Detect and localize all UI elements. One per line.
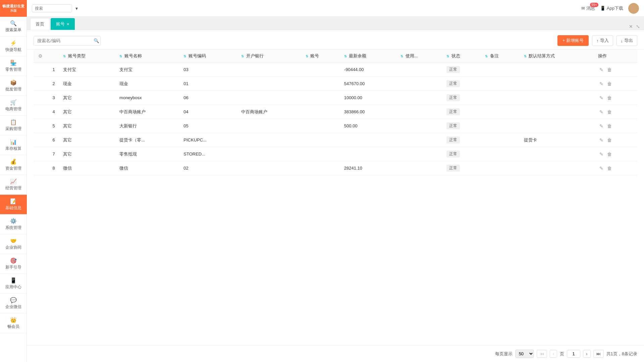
sort-icon: ⇅ — [119, 54, 122, 58]
export-icon: ↓ — [621, 38, 623, 43]
member-icon: 👑 — [2, 317, 25, 323]
row-account-cell — [303, 105, 341, 119]
col-name[interactable]: ⇅ 账号名称 — [117, 50, 181, 63]
col-settings[interactable]: ⚙ — [34, 50, 47, 63]
sidebar-item-label: 快捷导航 — [2, 47, 25, 53]
main-area: ▾ ✉ 消息 99+ 📱 App下载 首页 账号 ✕ ✕ ⤡ — [27, 0, 644, 362]
edit-button[interactable]: ✎ — [598, 109, 605, 115]
import-button[interactable]: ↑ 导入 — [592, 35, 613, 46]
row-type-cell: 其它 — [60, 147, 117, 161]
current-page-input[interactable] — [567, 350, 580, 358]
delete-button[interactable]: 🗑 — [606, 165, 613, 172]
add-account-button[interactable]: + 新增账号 — [557, 35, 589, 46]
edit-button[interactable]: ✎ — [598, 123, 605, 129]
row-bank-cell — [238, 161, 303, 175]
edit-button[interactable]: ✎ — [598, 151, 605, 158]
sidebar-item-wechat[interactable]: 💬 企业微信 — [0, 294, 27, 313]
edit-button[interactable]: ✎ — [598, 95, 605, 101]
message-button[interactable]: ✉ 消息 99+ — [581, 5, 595, 11]
account-search-input[interactable] — [34, 36, 91, 45]
sidebar-item-retail[interactable]: 🏪 零售管理 — [0, 56, 27, 76]
user-avatar[interactable] — [628, 3, 639, 14]
row-settings-cell — [34, 63, 47, 77]
delete-button[interactable]: 🗑 — [606, 95, 613, 101]
phone-icon: 📱 — [600, 6, 605, 11]
row-default-payment-cell — [521, 119, 595, 133]
dropdown-chevron-icon[interactable]: ▾ — [75, 6, 78, 11]
col-remark[interactable]: ⇅ 备注 — [482, 50, 521, 63]
row-remark-cell — [482, 105, 521, 119]
edit-button[interactable]: ✎ — [598, 80, 605, 87]
prev-page-button[interactable]: ‹ — [550, 350, 557, 358]
sidebar-item-wholesale[interactable]: 📦 批发管理 — [0, 76, 27, 96]
delete-button[interactable]: 🗑 — [606, 137, 613, 143]
sidebar-item-guide[interactable]: 🎯 新手引导 — [0, 254, 27, 274]
sidebar-item-operations[interactable]: 📈 经营管理 — [0, 175, 27, 195]
row-status-cell: 正常 — [444, 105, 482, 119]
row-name-cell: 提货卡（零... — [117, 133, 181, 147]
delete-button[interactable]: 🗑 — [606, 80, 613, 87]
column-settings-icon[interactable]: ⚙ — [38, 53, 43, 59]
window-maximize-button[interactable]: ⤡ — [635, 23, 641, 30]
top-search-input[interactable] — [32, 4, 72, 12]
row-action-cell: ✎ 🗑 — [595, 119, 637, 133]
col-code[interactable]: ⇅ 账号编码 — [181, 50, 238, 63]
per-page-select[interactable]: 50 20 100 — [515, 350, 534, 358]
table-row: 6 其它 提货卡（零... PICKUPC... 正常 提货卡 ✎ 🗑 — [34, 133, 637, 147]
row-account-cell — [303, 161, 341, 175]
col-bank-label: 开户银行 — [246, 53, 264, 58]
sidebar-item-app-center[interactable]: 📱 应用中心 — [0, 274, 27, 294]
col-default-payment-label: 默认结算方式 — [529, 53, 555, 58]
edit-button[interactable]: ✎ — [598, 165, 605, 172]
app-download-button[interactable]: 📱 App下载 — [600, 5, 623, 11]
col-action: 操作 — [595, 50, 637, 63]
col-status[interactable]: ⇅ 状态 — [444, 50, 482, 63]
col-name-label: 账号名称 — [124, 53, 142, 58]
row-num-cell: 8 — [47, 161, 60, 175]
col-type[interactable]: ⇅ 账号类型 — [60, 50, 117, 63]
first-page-button[interactable]: ⏮ — [537, 350, 547, 358]
sidebar-item-purchase[interactable]: 📋 采购管理 — [0, 116, 27, 135]
sidebar-item-ecommerce[interactable]: 🛒 电商管理 — [0, 96, 27, 116]
col-bank[interactable]: ⇅ 开户银行 — [238, 50, 303, 63]
sidebar-item-quick-nav[interactable]: ⚡ 快捷导航 — [0, 37, 27, 56]
row-code-cell: 03 — [181, 63, 238, 77]
delete-button[interactable]: 🗑 — [606, 66, 613, 73]
window-minimize-button[interactable]: ✕ — [628, 23, 634, 30]
sidebar-item-search-menu[interactable]: 🔍 搜索菜单 — [0, 17, 27, 37]
row-name-cell: 零售抵现 — [117, 147, 181, 161]
export-button[interactable]: ↓ 导出 — [616, 35, 638, 46]
tab-close-icon[interactable]: ✕ — [66, 22, 69, 26]
col-default-payment[interactable]: ⇅ 默认结算方式 — [521, 50, 595, 63]
sort-icon: ⇅ — [183, 54, 186, 58]
sort-icon: ⇅ — [485, 54, 488, 58]
edit-button[interactable]: ✎ — [598, 66, 605, 73]
tab-home[interactable]: 首页 — [30, 18, 50, 30]
edit-button[interactable]: ✎ — [598, 137, 605, 143]
account-search-button[interactable]: 🔍 — [91, 36, 101, 45]
last-page-button[interactable]: ⏭ — [593, 350, 604, 358]
row-type-cell: 其它 — [60, 133, 117, 147]
sidebar-item-system[interactable]: ⚙️ 系统管理 — [0, 215, 27, 234]
sidebar: 畅捷通好生意 乐版 🔍 搜索菜单 ⚡ 快捷导航 🏪 零售管理 📦 批发管理 🛒 … — [0, 0, 27, 362]
row-usage-cell — [398, 63, 444, 77]
sidebar-item-inventory[interactable]: 📊 库存核算 — [0, 135, 27, 155]
next-page-button[interactable]: › — [583, 350, 590, 358]
sort-icon: ⇅ — [446, 54, 449, 58]
sidebar-item-label: 资金管理 — [2, 166, 25, 171]
sidebar-item-enterprise[interactable]: 🤝 企业协同 — [0, 234, 27, 254]
delete-button[interactable]: 🗑 — [606, 151, 613, 158]
sidebar-item-finance[interactable]: 💰 资金管理 — [0, 155, 27, 175]
sidebar-item-basic-info[interactable]: 📝 基础信息 — [0, 195, 27, 215]
app-logo: 畅捷通好生意 乐版 — [0, 0, 27, 17]
row-settings-cell — [34, 105, 47, 119]
row-action-cell: ✎ 🗑 — [595, 133, 637, 147]
tab-account[interactable]: 账号 ✕ — [51, 18, 75, 30]
col-account[interactable]: ⇅ 账号 — [303, 50, 341, 63]
delete-button[interactable]: 🗑 — [606, 109, 613, 115]
delete-button[interactable]: 🗑 — [606, 123, 613, 129]
row-account-cell — [303, 63, 341, 77]
sidebar-item-member[interactable]: 👑 畅会员 — [0, 313, 27, 333]
col-usage[interactable]: ⇅ 使用... — [398, 50, 444, 63]
col-balance[interactable]: ⇅ 最新余额 — [341, 50, 398, 63]
